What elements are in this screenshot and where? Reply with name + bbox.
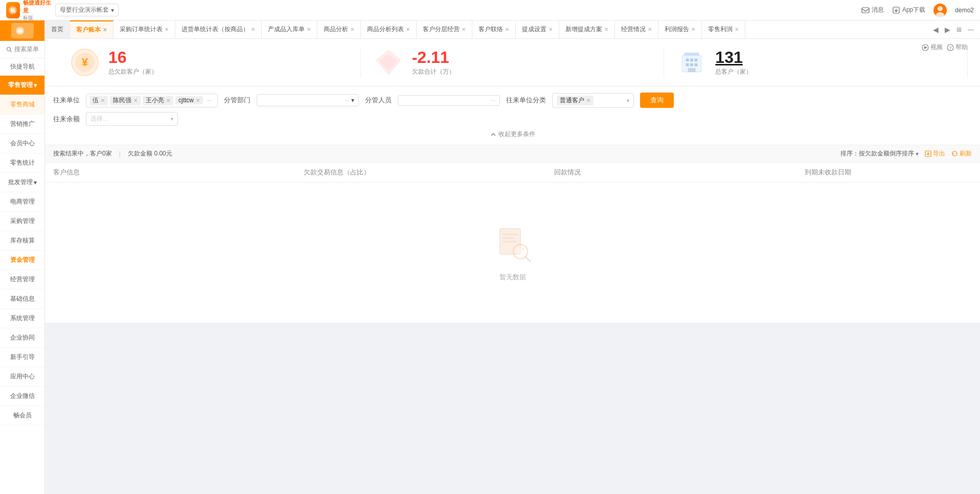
tab-home[interactable]: 首页 xyxy=(45,20,70,39)
sidebar-item-system[interactable]: 系统管理 xyxy=(0,309,44,328)
sidebar-item-app-center[interactable]: 应用中心 xyxy=(0,367,44,387)
collapse-button[interactable]: 收起更多条件 xyxy=(490,130,535,139)
filter-tags-more[interactable]: ··· xyxy=(205,96,214,104)
sidebar-item-marketing[interactable]: 营销推广 xyxy=(0,115,44,134)
filter-tag-chenmq-close[interactable]: ✕ xyxy=(133,98,138,103)
tab-prev-btn[interactable]: ◀ xyxy=(931,25,941,35)
tab-close-product-analysis[interactable]: ✕ xyxy=(350,27,354,32)
manager-filter-select[interactable]: ··· xyxy=(398,95,500,106)
svg-marker-24 xyxy=(924,46,927,49)
sidebar-item-retail-stats[interactable]: 零售统计 xyxy=(0,153,44,173)
summary-card-total-customers: 131 总客户（家） xyxy=(664,47,968,78)
tab-bar: 首页 客户账本 ✕ 采购订单统计表 ✕ 进货单统计表（按商品） ✕ xyxy=(45,20,980,39)
search-menu[interactable]: 搜索菜单 xyxy=(0,41,44,58)
unit-filter-label: 往来单位 xyxy=(53,96,80,105)
content-area: 首页 客户账本 ✕ 采购订单统计表 ✕ 进货单统计表（按商品） ✕ xyxy=(45,20,980,494)
tab-product-analysis[interactable]: 商品分析 ✕ xyxy=(317,20,361,39)
col-header-payback: 回款情况 xyxy=(554,168,805,177)
query-button[interactable]: 查询 xyxy=(640,93,674,108)
sidebar-item-enterprise-wechat[interactable]: 企业微信 xyxy=(0,387,44,406)
sidebar-item-operations[interactable]: 经营管理 xyxy=(0,270,44,289)
tab-close-customer-capital[interactable]: ✕ xyxy=(103,27,107,33)
balance-dropdown-icon: ▾ xyxy=(171,116,173,122)
unit-type-tag-close[interactable]: ✕ xyxy=(586,98,590,103)
tab-purchase-order[interactable]: 采购订单统计表 ✕ xyxy=(113,20,175,39)
tab-close-product-analysis-list[interactable]: ✕ xyxy=(406,27,410,32)
empty-illustration xyxy=(492,223,533,264)
dept-filter-select[interactable]: ··· ▾ xyxy=(257,94,359,106)
table-container: 客户信息 欠款交易信息（占比） 回款情况 到期未收款日期 xyxy=(45,163,980,323)
balance-filter-label: 往来余额 xyxy=(53,115,80,124)
tab-new-reminder[interactable]: 新增提成方案 ✕ xyxy=(559,20,615,39)
filter-tag-wu-close[interactable]: ✕ xyxy=(101,98,105,103)
company-selector[interactable]: 母婴行业演示帐套 ▾ xyxy=(55,4,119,16)
tab-close-reminder-settings[interactable]: ✕ xyxy=(549,27,553,32)
tab-close-profit-report[interactable]: ✕ xyxy=(691,27,695,32)
help-btn[interactable]: ? 帮助 xyxy=(947,43,968,52)
filter-tag-cjttcw-close[interactable]: ✕ xyxy=(196,98,200,103)
total-customers-label: 总客户（家） xyxy=(715,68,752,76)
tab-close-instock-stats[interactable]: ✕ xyxy=(251,27,255,32)
tab-close-product-instock[interactable]: ✕ xyxy=(307,27,311,32)
svg-text:?: ? xyxy=(949,46,951,51)
tab-customer-capital[interactable]: 客户账本 ✕ xyxy=(70,20,113,39)
debt-amount-value: -2.11 xyxy=(412,49,455,65)
sort-select[interactable]: 排序：按欠款金额倒序排序 ▾ xyxy=(840,149,919,158)
tab-instock-stats[interactable]: 进货单统计表（按商品） ✕ xyxy=(175,20,262,39)
tab-close-retail-profit[interactable]: ✕ xyxy=(735,27,739,32)
tab-customer-tier[interactable]: 客户分层经营 ✕ xyxy=(417,20,472,39)
tab-close-purchase-order[interactable]: ✕ xyxy=(165,27,169,32)
quick-nav[interactable]: 快捷导航 xyxy=(0,58,44,76)
sidebar-item-purchase[interactable]: 采购管理 xyxy=(0,212,44,231)
app-download-btn[interactable]: App下载 xyxy=(892,6,925,14)
sidebar-item-finance[interactable]: 资金管理 xyxy=(0,251,44,270)
total-customers-value[interactable]: 131 xyxy=(715,49,752,65)
unit-type-filter-select[interactable]: 普通客户 ✕ ▾ xyxy=(552,93,634,108)
svg-rect-20 xyxy=(691,63,694,66)
svg-rect-18 xyxy=(695,59,698,62)
sidebar-item-enterprise[interactable]: 企业协同 xyxy=(0,328,44,348)
tab-profit-report[interactable]: 利润报告 ✕ xyxy=(658,20,702,39)
sidebar-item-member-vip[interactable]: 畅会员 xyxy=(0,406,44,425)
tab-close-customer-tier[interactable]: ✕ xyxy=(462,27,466,32)
debtor-count-value: 16 xyxy=(108,49,157,65)
export-btn[interactable]: 导出 xyxy=(925,149,945,158)
video-help-btn[interactable]: 视频 xyxy=(922,43,943,52)
message-btn[interactable]: 消息 xyxy=(861,6,884,14)
svg-point-8 xyxy=(7,47,10,51)
sidebar-item-retail-mall[interactable]: 零售商城 xyxy=(0,95,44,115)
sidebar-item-inventory[interactable]: 库存核算 xyxy=(0,231,44,251)
sort-label: 排序：按欠款金额倒序排序 xyxy=(840,149,914,158)
tab-ops-status[interactable]: 经营情况 ✕ xyxy=(615,20,658,39)
tab-product-analysis-list[interactable]: 商品分析列表 ✕ xyxy=(361,20,417,39)
tab-close-ops-status[interactable]: ✕ xyxy=(648,27,652,32)
unit-filter-tags[interactable]: 伍 ✕ 陈民强 ✕ 王小亮 ✕ xyxy=(86,94,218,107)
tab-close-new-reminder[interactable]: ✕ xyxy=(604,27,608,32)
user-avatar[interactable] xyxy=(933,4,947,17)
top-bar: 畅 畅捷通好生意 标版 母婴行业演示帐套 ▾ 消息 App下载 demo2 xyxy=(0,0,980,20)
tab-customer-contact[interactable]: 客户联络 ✕ xyxy=(472,20,516,39)
tab-minimize-btn[interactable]: — xyxy=(966,25,976,34)
filter-tag-wangxl-close[interactable]: ✕ xyxy=(166,98,170,103)
tab-expand-btn[interactable]: ⊞ xyxy=(954,25,964,34)
user-name[interactable]: demo2 xyxy=(955,7,974,14)
tab-close-customer-contact[interactable]: ✕ xyxy=(505,27,509,32)
filter-area: 往来单位 伍 ✕ 陈民强 ✕ 王小亮 xyxy=(45,86,980,145)
sidebar-item-ecommerce[interactable]: 电商管理 xyxy=(0,192,44,212)
tab-controls: ◀ ▶ ⊞ — xyxy=(927,25,980,35)
sidebar-item-member-center[interactable]: 会员中心 xyxy=(0,134,44,153)
col-header-debt: 欠款交易信息（占比） xyxy=(304,168,554,177)
sidebar-item-new-guide[interactable]: 新手引导 xyxy=(0,348,44,367)
debtor-count-label: 总欠款客户（家） xyxy=(108,68,157,76)
sidebar-item-retail-mgmt[interactable]: 零售管理 ▾ xyxy=(0,76,44,95)
coin-icon: ¥ xyxy=(70,47,100,78)
tab-reminder-settings[interactable]: 提成设置 ✕ xyxy=(516,20,559,39)
refresh-btn[interactable]: 刷新 xyxy=(951,149,972,158)
sidebar-item-basic-info[interactable]: 基础信息 xyxy=(0,289,44,309)
svg-point-4 xyxy=(938,6,943,11)
tab-product-instock[interactable]: 产成品入库单 ✕ xyxy=(262,20,317,39)
balance-filter-select[interactable]: 选择... ▾ xyxy=(86,112,178,126)
tab-retail-profit[interactable]: 零售利润 ✕ xyxy=(702,20,745,39)
sidebar-item-batch-mgmt[interactable]: 批发管理 ▾ xyxy=(0,173,44,192)
tab-next-btn[interactable]: ▶ xyxy=(943,25,952,35)
